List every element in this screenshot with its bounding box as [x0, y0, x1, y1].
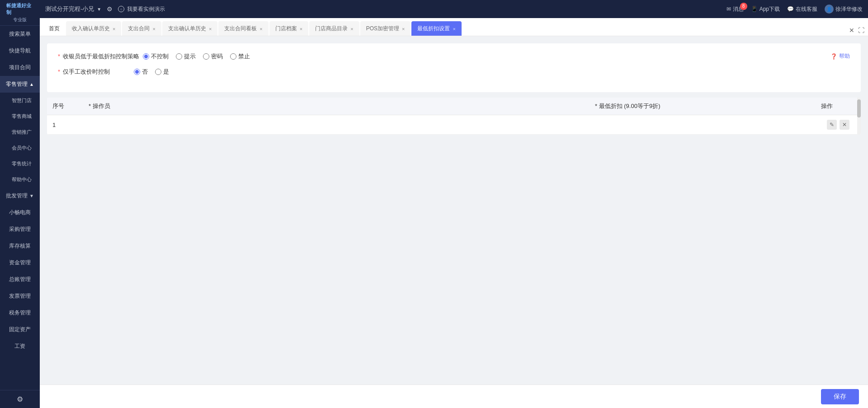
- topbar-app-download-button[interactable]: 📱 App下载: [751, 5, 780, 13]
- th-action: 操作: [816, 98, 861, 115]
- table-row: 1: [47, 115, 861, 135]
- tab-store-goods[interactable]: 门店商品目录 ×: [309, 21, 359, 36]
- radio-hint[interactable]: 提示: [176, 52, 196, 61]
- tab-income-confirm[interactable]: 收入确认单历史 ×: [66, 21, 121, 36]
- topbar-settings-icon[interactable]: ⚙: [107, 5, 113, 13]
- sidebar-item-salary[interactable]: 工资: [0, 338, 40, 355]
- avatar: 👤: [825, 5, 834, 14]
- sidebar-item-label: 智慧门店: [12, 97, 32, 104]
- topbar-message-button[interactable]: ✉ 消息 8: [726, 5, 744, 13]
- sidebar-item-label: 零售管理: [6, 80, 28, 88]
- sidebar-item-member[interactable]: 会员中心: [0, 140, 40, 156]
- sidebar-item-smart-store[interactable]: 智慧门店: [0, 93, 40, 108]
- sidebar-item-assets[interactable]: 固定资产: [0, 321, 40, 338]
- sidebar-item-label: 小畅电商: [9, 209, 31, 216]
- tab-payment-contract[interactable]: 支出合同 ×: [122, 21, 161, 36]
- delete-row-button[interactable]: ✕: [840, 120, 849, 130]
- radio-input-hint[interactable]: [176, 53, 182, 60]
- sidebar-item-invoice[interactable]: 发票管理: [0, 288, 40, 305]
- sidebar-item-label: 帮助中心: [12, 176, 32, 183]
- radio-label: 是: [163, 68, 169, 76]
- save-button[interactable]: 保存: [821, 389, 859, 404]
- sidebar-item-project[interactable]: 项目合同: [0, 59, 40, 76]
- close-icon[interactable]: ×: [259, 26, 262, 32]
- cell-index: 1: [47, 115, 83, 135]
- radio-input-password[interactable]: [203, 53, 209, 60]
- sidebar-item-help[interactable]: 帮助中心: [0, 172, 40, 188]
- sidebar-item-label: 零售商城: [12, 113, 32, 120]
- cell-operator[interactable]: [83, 115, 590, 135]
- topbar-demo-button[interactable]: ○ 我要看实例演示: [118, 5, 165, 13]
- topbar-online-service-button[interactable]: 💬 在线客服: [787, 5, 817, 13]
- topbar-user-profile[interactable]: 👤 徐泽华修改: [825, 5, 863, 14]
- help-label: 帮助: [839, 52, 850, 60]
- topbar-right-section: ✉ 消息 8 📱 App下载 💬 在线客服 👤 徐泽华修改: [726, 5, 863, 14]
- sidebar-item-label: 快捷导航: [9, 47, 31, 55]
- required-star: *: [58, 53, 60, 60]
- radio-label: 禁止: [238, 52, 250, 61]
- logo-text: 帐捷通好业制: [6, 2, 33, 16]
- close-icon[interactable]: ×: [300, 26, 302, 32]
- tab-payment-confirm[interactable]: 支出确认单历史 ×: [162, 21, 217, 36]
- sidebar-item-retail-stats[interactable]: 零售统计: [0, 156, 40, 172]
- radio-password[interactable]: 密码: [203, 52, 223, 61]
- sidebar-item-label: 库存核算: [9, 242, 31, 250]
- radio-no-control[interactable]: 不控制: [143, 52, 169, 61]
- sidebar-item-shortcut[interactable]: 快捷导航: [0, 42, 40, 59]
- app-download-label: App下载: [760, 5, 780, 13]
- radio-label: 密码: [211, 52, 223, 61]
- radio-forbid[interactable]: 禁止: [230, 52, 250, 61]
- sidebar-item-capital[interactable]: 资金管理: [0, 254, 40, 271]
- main-area: 测试分开完程-小兄 ▼ ⚙ ○ 我要看实例演示 ✉ 消息 8 📱 App下载 💬…: [40, 0, 868, 408]
- close-icon[interactable]: ×: [453, 26, 455, 32]
- app-download-icon: 📱: [751, 6, 758, 12]
- th-discount: * 最低折扣 (9.00等于9折): [590, 98, 816, 115]
- close-icon[interactable]: ×: [152, 26, 155, 32]
- tab-store-archive[interactable]: 门店档案 ×: [269, 21, 308, 36]
- vertical-scrollbar[interactable]: [857, 98, 861, 135]
- sidebar-item-ledger[interactable]: 总账管理: [0, 271, 40, 288]
- table-header: 序号 * 操作员 * 最低折扣 (9.00等于9折): [47, 98, 861, 115]
- edit-row-button[interactable]: ✎: [827, 120, 837, 130]
- radio-input-no-control[interactable]: [143, 53, 149, 60]
- tab-home[interactable]: 首页: [43, 21, 65, 36]
- sidebar-item-purchase[interactable]: 采购管理: [0, 221, 40, 238]
- sidebar-item-label: 营销推广: [12, 129, 32, 136]
- sidebar-settings-button[interactable]: ⚙: [0, 390, 40, 408]
- sidebar-item-label: 总账管理: [9, 276, 31, 283]
- tab-label: POS加密管理: [366, 25, 399, 33]
- help-link[interactable]: ❓ 帮助: [830, 52, 850, 60]
- sidebar-item-marketing[interactable]: 营销推广: [0, 124, 40, 140]
- message-badge: 8: [740, 3, 747, 10]
- cell-discount[interactable]: [590, 115, 816, 135]
- tab-label: 支出合同: [128, 25, 150, 33]
- tab-payment-board[interactable]: 支出合同看板 ×: [218, 21, 268, 36]
- radio-input-no[interactable]: [134, 69, 140, 75]
- tab-label: 支出确认单历史: [168, 25, 206, 33]
- tab-label: 收入确认单历史: [72, 25, 110, 33]
- radio-no[interactable]: 否: [134, 68, 148, 76]
- sidebar-item-search[interactable]: 搜索菜单: [0, 26, 40, 42]
- scrollbar-thumb[interactable]: [857, 99, 861, 117]
- sidebar-item-ecommerce[interactable]: 小畅电商: [0, 204, 40, 221]
- radio-input-forbid[interactable]: [230, 53, 236, 60]
- sidebar-item-retail-mall[interactable]: 零售商城: [0, 108, 40, 124]
- close-icon[interactable]: ×: [350, 26, 353, 32]
- maximize-tab-icon[interactable]: ⛶: [858, 27, 864, 34]
- sidebar-item-tax[interactable]: 税务管理: [0, 305, 40, 321]
- radio-yes[interactable]: 是: [155, 68, 169, 76]
- close-icon[interactable]: ×: [209, 26, 212, 32]
- topbar-project-selector[interactable]: 测试分开完程-小兄 ▼: [45, 5, 101, 13]
- tab-label: 最低折扣设置: [417, 25, 450, 33]
- sidebar-item-wholesale[interactable]: 批发管理 ▼: [0, 188, 40, 204]
- close-icon[interactable]: ×: [113, 26, 115, 32]
- tab-min-discount[interactable]: 最低折扣设置 ×: [411, 21, 461, 36]
- radio-input-yes[interactable]: [155, 69, 161, 75]
- tabs-bar: 首页 收入确认单历史 × 支出合同 × 支出确认单历史 × 支出合同看板 × 门…: [40, 18, 868, 36]
- close-tab-icon[interactable]: ✕: [849, 27, 854, 34]
- tab-pos-password[interactable]: POS加密管理 ×: [360, 21, 411, 36]
- radio-label: 不控制: [151, 52, 169, 61]
- close-icon[interactable]: ×: [402, 26, 405, 32]
- sidebar-item-inventory[interactable]: 库存核算: [0, 238, 40, 254]
- sidebar-item-retail[interactable]: 零售管理 ▲: [0, 76, 40, 93]
